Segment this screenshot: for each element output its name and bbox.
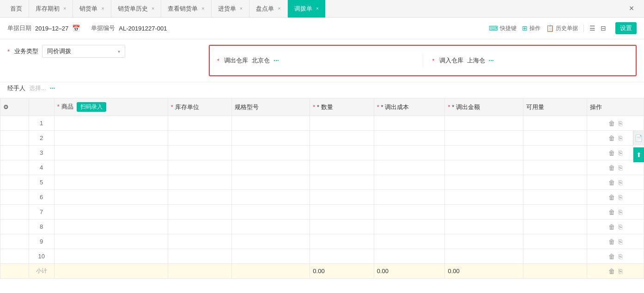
- td-cost: [374, 220, 445, 234]
- copy-icon[interactable]: ⎘: [619, 268, 622, 275]
- td-product[interactable]: [54, 234, 168, 249]
- td-spec: [232, 234, 310, 249]
- tab-sales-order[interactable]: 销货单×: [73, 0, 111, 18]
- sidebar-export-button[interactable]: ⬆: [633, 147, 644, 162]
- operation-button[interactable]: ⊞ 操作: [522, 24, 541, 32]
- td-product[interactable]: [54, 131, 168, 146]
- tab-inventory-init[interactable]: 库存期初×: [29, 0, 73, 18]
- handler-select[interactable]: 选择...: [29, 84, 46, 92]
- td-product: [54, 264, 168, 279]
- handler-more-icon[interactable]: ···: [50, 85, 55, 92]
- scan-entry-button[interactable]: 扫码录入: [77, 102, 106, 112]
- shortcut-icon: ⌨: [489, 24, 498, 32]
- gear-icon[interactable]: ⚙: [3, 104, 9, 110]
- delete-icon[interactable]: 🗑: [608, 194, 615, 201]
- transfer-in-value: 上海仓: [467, 56, 485, 65]
- transfer-out-more-icon[interactable]: ···: [273, 57, 279, 64]
- table-row: 1 🗑 ⎘: [0, 116, 644, 131]
- td-ops: 🗑 ⎘: [587, 190, 644, 205]
- delete-icon[interactable]: 🗑: [608, 120, 615, 127]
- tab-view-sales[interactable]: 查看销货单×: [161, 0, 211, 18]
- copy-icon[interactable]: ⎘: [619, 149, 622, 157]
- td-gear: [0, 249, 29, 264]
- list-layout-icon[interactable]: ☰: [589, 24, 599, 32]
- td-spec: [232, 116, 310, 131]
- tab-sales-history[interactable]: 销货单历史×: [111, 0, 161, 18]
- tab-home[interactable]: 首页: [4, 0, 29, 18]
- td-unit: [168, 160, 231, 175]
- delete-icon[interactable]: 🗑: [608, 208, 615, 216]
- tab-close-icon[interactable]: ×: [101, 6, 104, 11]
- delete-icon[interactable]: 🗑: [608, 253, 615, 260]
- tab-close-icon[interactable]: ×: [63, 6, 66, 11]
- business-type-field: * 业务类型 同价调拨 ▾: [7, 45, 201, 58]
- subtotal-label: 小计: [36, 268, 47, 274]
- tab-close-icon[interactable]: ×: [201, 6, 204, 11]
- delete-icon[interactable]: 🗑: [608, 268, 615, 275]
- tab-purchase-order[interactable]: 进货单×: [212, 0, 249, 18]
- delete-icon[interactable]: 🗑: [608, 179, 615, 186]
- tab-close-icon[interactable]: ×: [240, 6, 243, 11]
- delete-icon[interactable]: 🗑: [608, 223, 615, 231]
- business-type-select[interactable]: 同价调拨 ▾: [42, 45, 125, 58]
- copy-icon[interactable]: ⎘: [619, 179, 622, 186]
- td-ops: 🗑 ⎘: [587, 205, 644, 220]
- copy-icon[interactable]: ⎘: [619, 164, 622, 171]
- tab-close-icon[interactable]: ×: [152, 6, 154, 11]
- td-qty: [310, 160, 374, 175]
- table-body: 1 🗑 ⎘ 2: [0, 116, 644, 279]
- number-value: AL-20191227-001: [119, 25, 167, 32]
- td-product[interactable]: [54, 116, 168, 131]
- tab-inventory-check[interactable]: 盘点单×: [249, 0, 287, 18]
- td-num: 3: [29, 146, 54, 160]
- business-type-label: 业务类型: [14, 47, 38, 55]
- delete-icon[interactable]: 🗑: [608, 238, 615, 245]
- copy-icon[interactable]: ⎘: [619, 253, 622, 260]
- td-gear: [0, 190, 29, 205]
- operation-icon: ⊞: [522, 24, 528, 32]
- calendar-icon[interactable]: 📅: [72, 24, 80, 32]
- copy-icon[interactable]: ⎘: [619, 194, 622, 201]
- setting-button[interactable]: 设置: [615, 22, 637, 34]
- table-container: ⚙ 商品 扫码录入 库存单位 规格型号 * 数量 * 调出成本 * 调出金额 可…: [0, 98, 644, 279]
- tab-close-icon[interactable]: ×: [278, 6, 280, 11]
- history-button[interactable]: 📋 历史单据: [546, 24, 578, 32]
- copy-icon[interactable]: ⎘: [619, 120, 622, 127]
- copy-icon[interactable]: ⎘: [619, 238, 622, 245]
- grid-layout-icon[interactable]: ⊟: [601, 24, 610, 32]
- td-product[interactable]: [54, 175, 168, 190]
- handler-row: 经手人 选择... ···: [0, 82, 644, 98]
- delete-icon[interactable]: 🗑: [608, 164, 615, 171]
- td-product[interactable]: [54, 160, 168, 175]
- td-product[interactable]: [54, 190, 168, 205]
- td-available: [523, 249, 587, 264]
- td-cost: [374, 175, 445, 190]
- copy-icon[interactable]: ⎘: [619, 208, 622, 216]
- delete-icon[interactable]: 🗑: [608, 134, 615, 142]
- tab-transfer-order[interactable]: 调拨单×: [288, 0, 326, 18]
- copy-icon[interactable]: ⎘: [619, 223, 622, 231]
- delete-icon[interactable]: 🗑: [608, 149, 615, 157]
- copy-icon[interactable]: ⎘: [619, 134, 622, 142]
- transfer-in-field: * 调入仓库 上海仓 ···: [432, 56, 629, 65]
- sidebar-doc-button[interactable]: 📄: [633, 131, 644, 146]
- td-num: 7: [29, 205, 54, 220]
- td-product[interactable]: [54, 220, 168, 234]
- th-unit: 库存单位: [168, 98, 231, 116]
- td-product[interactable]: [54, 205, 168, 220]
- table-row: 9 🗑 ⎘: [0, 234, 644, 249]
- td-product[interactable]: [54, 146, 168, 160]
- tab-bar-end: ×: [623, 0, 640, 18]
- tab-close-icon[interactable]: ×: [316, 6, 319, 11]
- window-close-button[interactable]: ×: [623, 0, 640, 18]
- shortcut-button[interactable]: ⌨ 快捷键: [489, 24, 516, 32]
- transfer-in-more-icon[interactable]: ···: [489, 57, 494, 64]
- td-amount: [445, 190, 523, 205]
- td-available: [523, 220, 587, 234]
- td-available: [523, 264, 587, 279]
- td-amount: [445, 146, 523, 160]
- td-num: 10: [29, 249, 54, 264]
- td-product[interactable]: [54, 249, 168, 264]
- td-cost: [374, 205, 445, 220]
- date-label: 单据日期: [7, 24, 31, 32]
